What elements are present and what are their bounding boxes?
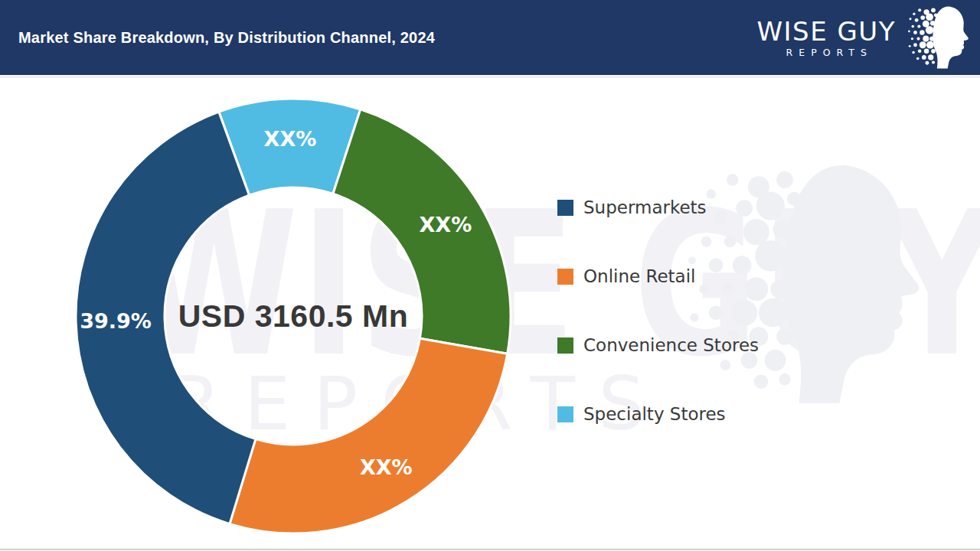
donut-segment-label-specialty-stores: XX% — [264, 127, 317, 151]
legend-label-supermarkets: Supermarkets — [583, 197, 707, 217]
donut-segment-online-retail — [230, 338, 508, 533]
report-infographic: Market Share Breakdown, By Distribution … — [0, 0, 980, 551]
donut-segment-label-online-retail: XX% — [360, 455, 413, 479]
face-profile-icon — [897, 6, 969, 69]
header: Market Share Breakdown, By Distribution … — [0, 0, 980, 75]
legend-item-specialty-stores: Specialty Stores — [557, 404, 759, 424]
legend-label-specialty-stores: Specialty Stores — [583, 404, 726, 424]
donut-center-value: USD 3160.5 Mn — [102, 292, 485, 340]
legend-label-convenience-stores: Convenience Stores — [583, 335, 759, 355]
legend-label-online-retail: Online Retail — [583, 266, 696, 286]
legend-item-supermarkets: Supermarkets — [557, 197, 759, 217]
chart-area: WISE GUY REPORTS XX%XX%XX%39.9% USD 3160… — [0, 77, 980, 549]
bottom-border — [0, 549, 980, 550]
legend-item-convenience-stores: Convenience Stores — [557, 335, 759, 355]
legend-swatch-specialty-stores — [557, 406, 573, 422]
legend: Supermarkets Online Retail Convenience S… — [557, 197, 759, 424]
wise-guy-reports-logo: WISE GUY REPORTS — [756, 6, 969, 69]
logo-brand-name: WISE GUY — [756, 18, 896, 45]
legend-swatch-supermarkets — [557, 200, 573, 216]
chart-title: Market Share Breakdown, By Distribution … — [18, 29, 435, 47]
legend-swatch-online-retail — [557, 269, 573, 285]
logo-text: WISE GUY REPORTS — [756, 18, 896, 58]
legend-item-online-retail: Online Retail — [557, 266, 759, 286]
donut-segment-label-convenience-stores: XX% — [420, 213, 472, 236]
header-divider — [0, 77, 980, 77]
logo-brand-subtitle: REPORTS — [786, 47, 873, 58]
legend-swatch-convenience-stores — [557, 337, 573, 354]
